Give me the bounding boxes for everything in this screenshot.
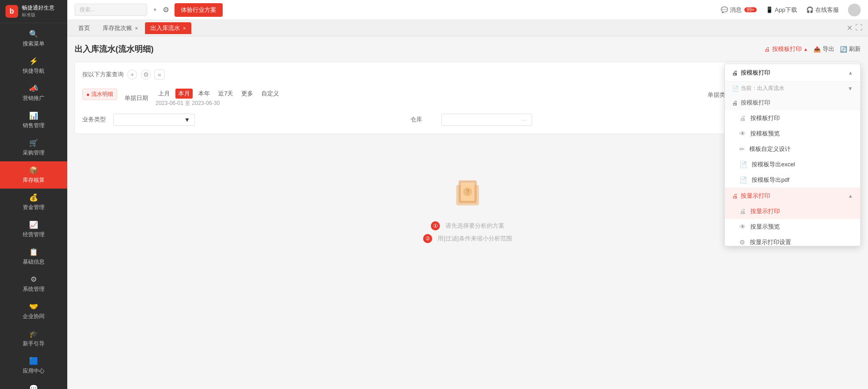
date-option-current-year[interactable]: 本年 bbox=[195, 89, 213, 99]
display-print-settings-item[interactable]: ⚙ 按显示打印设置 bbox=[725, 234, 860, 246]
sidebar-item-basic-info[interactable]: 📋 基础信息 bbox=[0, 243, 67, 270]
export-button[interactable]: 📤 导出 bbox=[813, 45, 834, 53]
warehouse-select[interactable]: ··· bbox=[441, 114, 532, 126]
template-preview-label: 按模板预览 bbox=[750, 130, 780, 138]
sidebar-item-operations[interactable]: 📈 经营管理 bbox=[0, 216, 67, 243]
template-custom-item[interactable]: ✏ 模板自定义设计 bbox=[725, 141, 860, 157]
date-option-current-month[interactable]: 本月 bbox=[175, 89, 193, 99]
sidebar-item-purchase[interactable]: 🛒 采购管理 bbox=[0, 134, 67, 161]
tab-batch-account[interactable]: 库存批次账 × bbox=[97, 22, 143, 34]
sales-icon: 📊 bbox=[29, 111, 38, 120]
print-template-button[interactable]: 🖨 按模板打印 ▲ bbox=[764, 45, 808, 53]
template-custom-label: 模板自定义设计 bbox=[749, 145, 791, 153]
sidebar-item-enterprise[interactable]: 🤝 企业协同 bbox=[0, 298, 67, 325]
template-export-excel-item[interactable]: 📄 按模板导出excel bbox=[725, 157, 860, 172]
sidebar-item-wechat[interactable]: 💬 企业微信 bbox=[0, 379, 67, 389]
headset-icon: 🎧 bbox=[806, 6, 813, 13]
search-menu-icon: 🔍 bbox=[29, 30, 38, 38]
dropdown-current-item: 📄 当前：出入库流水 ▼ bbox=[725, 82, 860, 95]
print-icon: 🖨 bbox=[764, 46, 770, 53]
sidebar-logo: b 畅捷通好生意 标准版 bbox=[0, 0, 67, 23]
date-option-more[interactable]: 更多 bbox=[239, 89, 256, 99]
sidebar-item-sales[interactable]: 📊 销售管理 bbox=[0, 107, 67, 134]
page-header: 出入库流水(流水明细) 🖨 按模板打印 ▲ 📤 导出 🔄 刷新 bbox=[75, 44, 861, 55]
date-field-label: 单据日期 bbox=[125, 94, 152, 102]
sidebar-item-label: 营销推广 bbox=[23, 95, 45, 102]
display-preview-item[interactable]: 👁 按显示预览 bbox=[725, 219, 860, 234]
sidebar-item-label: 销售管理 bbox=[23, 122, 45, 130]
biz-type-label: 业务类型 bbox=[82, 115, 110, 124]
tab-batch-account-close[interactable]: × bbox=[135, 25, 138, 31]
date-option-last-7-days[interactable]: 近7天 bbox=[215, 89, 236, 99]
display-print-settings-label: 按显示打印设置 bbox=[750, 238, 791, 246]
trial-button[interactable]: 体验行业方案 bbox=[175, 3, 223, 17]
tab-home[interactable]: 首页 bbox=[73, 22, 95, 34]
online-service-action[interactable]: 🎧 在线客服 bbox=[806, 6, 839, 14]
sidebar-nav: 🔍 搜索菜单 ⚡ 快捷导航 📣 营销推广 📊 销售管理 🛒 采购管理 📦 库存核… bbox=[0, 23, 67, 389]
logo-icon: b bbox=[5, 5, 18, 18]
finance-icon: 💰 bbox=[29, 193, 38, 202]
sidebar-item-search-menu[interactable]: 🔍 搜索菜单 bbox=[0, 25, 67, 52]
warehouse-field: 仓库 ··· bbox=[410, 114, 728, 126]
sidebar-item-finance[interactable]: 💰 资金管理 bbox=[0, 189, 67, 216]
date-option-custom[interactable]: 自定义 bbox=[259, 89, 282, 99]
template-print-label: 按模板打印 bbox=[750, 114, 780, 122]
sidebar-item-inventory[interactable]: 📦 库存核算 bbox=[0, 161, 67, 189]
template-export-pdf-item[interactable]: 📄 按模板导出pdf bbox=[725, 172, 860, 188]
empty-step-2: ② 用[过滤]条件来缩小分析范围 bbox=[423, 234, 512, 243]
template-print-icon: 🖨 bbox=[739, 115, 746, 122]
biz-type-field: 业务类型 ▼ bbox=[82, 114, 399, 126]
maximize-window-icon[interactable]: ⛶ bbox=[855, 24, 863, 32]
tab-flow-label: 出入库流水 bbox=[150, 24, 180, 32]
add-condition-button[interactable]: + bbox=[127, 70, 137, 80]
refresh-label: 刷新 bbox=[849, 45, 861, 53]
dropdown-current-arrow: ▼ bbox=[848, 85, 853, 92]
message-action[interactable]: 💬 消息 99+ bbox=[721, 6, 757, 14]
sidebar-item-quick-nav[interactable]: ⚡ 快捷导航 bbox=[0, 52, 67, 80]
empty-step-1-text: 请先选择要分析的方案 bbox=[445, 222, 504, 230]
sidebar-item-guide[interactable]: 🎓 新手引导 bbox=[0, 325, 67, 352]
system-icon: ⚙ bbox=[30, 275, 37, 284]
tab-bar: 首页 库存批次账 × 出入库流水 × ✕ ⛶ bbox=[67, 20, 868, 36]
sidebar-item-label: 系统管理 bbox=[23, 285, 45, 293]
template-preview-item[interactable]: 👁 按模板预览 bbox=[725, 126, 860, 141]
display-print-icon: 🖨 bbox=[739, 208, 746, 215]
display-section-icon: 🖨 bbox=[732, 193, 738, 199]
label-search-by: 按以下方案查询 bbox=[82, 70, 124, 79]
app-download-action[interactable]: 📱 App下载 bbox=[766, 6, 797, 14]
header-dropdown-arrow[interactable]: ▼ bbox=[153, 7, 157, 12]
tab-flow[interactable]: 出入库流水 × bbox=[145, 22, 191, 34]
dropdown-collapse-icon[interactable]: ▲ bbox=[848, 70, 853, 75]
display-section-collapse[interactable]: ▲ bbox=[848, 193, 853, 199]
biz-type-arrow: ▼ bbox=[184, 116, 190, 123]
header-gear-icon[interactable]: ⚙ bbox=[163, 5, 169, 14]
header-search[interactable]: 搜索... bbox=[75, 4, 147, 16]
page-area: 出入库流水(流水明细) 🖨 按模板打印 ▲ 📤 导出 🔄 刷新 bbox=[67, 36, 868, 389]
collapse-condition-button[interactable]: « bbox=[155, 70, 165, 80]
sidebar-item-marketing[interactable]: 📣 营销推广 bbox=[0, 80, 67, 107]
empty-step-2-text: 用[过滤]条件来缩小分析范围 bbox=[438, 234, 512, 243]
step-2-num: ② bbox=[423, 234, 432, 243]
biz-type-select[interactable]: ▼ bbox=[113, 114, 195, 126]
sidebar-item-label: 基础信息 bbox=[23, 258, 45, 266]
template-print-item[interactable]: 🖨 按模板打印 bbox=[725, 110, 860, 126]
settings-condition-button[interactable]: ⚙ bbox=[141, 70, 151, 80]
refresh-button[interactable]: 🔄 刷新 bbox=[840, 45, 861, 53]
tab-flow-close[interactable]: × bbox=[183, 25, 185, 31]
display-print-item[interactable]: 🖨 按显示打印 bbox=[725, 204, 860, 219]
dropdown-header: 🖨 按模板打印 ▲ bbox=[725, 64, 860, 82]
filter-tag-flow-detail[interactable]: ● 流水明细 bbox=[82, 89, 117, 100]
user-avatar[interactable] bbox=[848, 4, 861, 16]
close-window-icon[interactable]: ✕ bbox=[847, 24, 853, 32]
sidebar-item-system[interactable]: ⚙ 系统管理 bbox=[0, 270, 67, 298]
display-preview-icon: 👁 bbox=[739, 223, 746, 230]
main-area: 搜索... ▼ ⚙ 体验行业方案 💬 消息 99+ 📱 App下载 🎧 在线客服… bbox=[67, 0, 868, 389]
sidebar-item-app-center[interactable]: 🟦 应用中心 bbox=[0, 352, 67, 379]
date-option-last-month[interactable]: 上月 bbox=[155, 89, 173, 99]
app-download-icon: 📱 bbox=[766, 6, 773, 13]
date-field: 单据日期 上月 本月 本年 近7天 更多 自定义 2023-06-01 至 20… bbox=[125, 89, 700, 107]
export-label: 导出 bbox=[823, 45, 834, 53]
online-service-label: 在线客服 bbox=[815, 6, 839, 14]
export-icon: 📤 bbox=[813, 46, 821, 53]
template-export-excel-label: 按模板导出excel bbox=[752, 160, 795, 169]
